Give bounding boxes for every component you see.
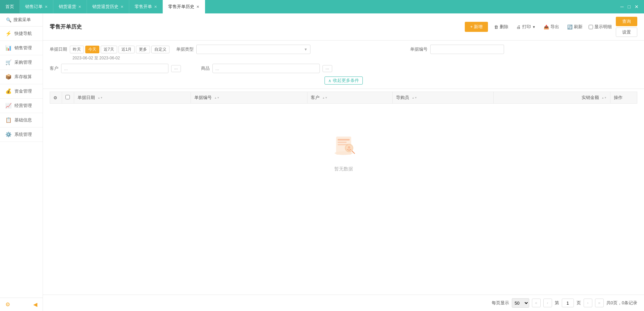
export-button[interactable]: 📤 导出 xyxy=(542,22,561,31)
sidebar: 🔍 搜索采单 ⚡ 快捷导航 📊 销售管理 🛒 采购管理 📦 库存核算 💰 资金管… xyxy=(0,13,43,311)
col-customer-sort[interactable]: ▲▼ xyxy=(322,96,328,99)
col-date-sort[interactable]: ▲▼ xyxy=(98,96,103,99)
page-title: 零售开单历史 xyxy=(50,23,82,31)
col-amount[interactable]: 实销金额 ▲▼ xyxy=(494,92,610,104)
page-number-input[interactable] xyxy=(562,299,574,307)
col-settings[interactable]: ⚙ xyxy=(50,92,62,104)
customer-filter: 客户 ... ··· xyxy=(50,64,181,73)
col-checkbox[interactable] xyxy=(62,92,74,104)
display-detail-input[interactable] xyxy=(589,25,593,29)
tab-home[interactable]: 首页 xyxy=(0,0,20,13)
date-buttons: 昨天 今天 近7天 近1月 更多 自定义 xyxy=(70,46,169,53)
page-prev-btn[interactable]: ‹ xyxy=(543,299,552,307)
date-btn-yesterday[interactable]: 昨天 xyxy=(70,46,84,53)
type-select[interactable]: ▼ xyxy=(196,45,310,54)
delete-button[interactable]: 🗑 删除 xyxy=(492,22,510,31)
date-range-text: 2023-06-02 至 2023-06-02 xyxy=(72,56,120,60)
tab-sales-return-history[interactable]: 销货退货历史 ✕ xyxy=(87,0,129,13)
customer-select-placeholder: ... xyxy=(64,66,68,71)
tab-sales-order[interactable]: 销售订单 ✕ xyxy=(20,0,53,13)
collapse-button[interactable]: ∧ 收起更多条件 xyxy=(325,76,363,85)
top-tabbar: 首页 销售订单 ✕ 销货退货 ✕ 销货退货历史 ✕ 零售开单 ✕ 零售开单历史 … xyxy=(0,0,644,13)
col-amount-sort[interactable]: ▲▼ xyxy=(601,96,607,99)
date-btn-custom[interactable]: 自定义 xyxy=(151,46,169,53)
col-number-sort[interactable]: ▲▼ xyxy=(214,96,219,99)
customer-select[interactable]: ... xyxy=(61,64,168,73)
display-detail-checkbox[interactable]: 显示明细 xyxy=(589,24,612,30)
add-button[interactable]: + 新增 xyxy=(465,22,488,32)
tab-retail-history[interactable]: 零售开单历史 ✕ xyxy=(163,0,205,13)
sidebar-item-quick-nav-label: 快捷导航 xyxy=(14,31,32,37)
sidebar-search[interactable]: 🔍 搜索采单 xyxy=(0,13,43,27)
window-close[interactable]: ✕ xyxy=(635,4,639,9)
col-operation: 操作 xyxy=(610,92,637,104)
number-input[interactable] xyxy=(430,45,504,54)
purchase-mgmt-icon: 🛒 xyxy=(5,59,12,65)
page-first-btn[interactable]: « xyxy=(532,299,541,307)
tab-retail-open-close[interactable]: ✕ xyxy=(154,5,157,9)
sidebar-item-purchase-mgmt[interactable]: 🛒 采购管理 xyxy=(0,55,43,70)
date-btn-1month[interactable]: 近1月 xyxy=(118,46,135,53)
type-filter-label: 单据类型 xyxy=(176,46,194,52)
page-last-btn[interactable]: » xyxy=(595,299,604,307)
sidebar-item-quick-nav[interactable]: ⚡ 快捷导航 xyxy=(0,27,43,41)
svg-rect-2 xyxy=(338,139,350,141)
query-button[interactable]: 查询 xyxy=(616,17,637,26)
page-label-unit: 页 xyxy=(577,300,581,306)
export-icon: 📤 xyxy=(544,24,549,30)
sidebar-item-operations[interactable]: 📈 经营管理 xyxy=(0,99,43,113)
product-select[interactable]: ... xyxy=(212,64,320,73)
customer-ellipsis-btn[interactable]: ··· xyxy=(171,65,181,72)
sidebar-item-system[interactable]: ⚙️ 系统管理 xyxy=(0,127,43,142)
date-btn-7days[interactable]: 近7天 xyxy=(101,46,117,53)
col-date[interactable]: 单据日期 ▲▼ xyxy=(74,92,191,104)
operations-icon: 📈 xyxy=(5,103,12,109)
sidebar-search-label: 搜索采单 xyxy=(13,17,31,23)
tab-retail-open[interactable]: 零售开单 ✕ xyxy=(129,0,163,13)
page-next-btn[interactable]: › xyxy=(584,299,592,307)
col-number[interactable]: 单据编号 ▲▼ xyxy=(191,92,307,104)
date-filter: 单据日期 昨天 今天 近7天 近1月 更多 自定义 xyxy=(50,46,169,53)
tab-sales-order-close[interactable]: ✕ xyxy=(45,5,48,9)
refresh-button[interactable]: 🔄 刷新 xyxy=(565,22,585,31)
col-date-label: 单据日期 xyxy=(78,95,95,100)
col-customer[interactable]: 客户 ▲▼ xyxy=(307,92,393,104)
table-body: 暂无数据 xyxy=(50,104,637,199)
sidebar-item-finance[interactable]: 💰 资金管理 xyxy=(0,84,43,99)
tab-sales-return[interactable]: 销货退货 ✕ xyxy=(53,0,87,13)
window-minimize[interactable]: ─ xyxy=(621,4,624,9)
sidebar-settings-icon[interactable]: ⚙ xyxy=(5,301,10,308)
page-label-prefix: 第 xyxy=(555,300,559,306)
window-maximize[interactable]: □ xyxy=(628,4,631,9)
tab-sales-return-history-close[interactable]: ✕ xyxy=(120,5,123,9)
sidebar-item-basic-info[interactable]: 📋 基础信息 xyxy=(0,113,43,127)
tab-list: 首页 销售订单 ✕ 销货退货 ✕ 销货退货历史 ✕ 零售开单 ✕ 零售开单历史 … xyxy=(0,0,205,13)
select-all-checkbox[interactable] xyxy=(65,95,70,99)
per-page-select[interactable]: 10 20 50 100 xyxy=(512,298,529,308)
sidebar-collapse-icon[interactable]: ◀ xyxy=(33,301,37,308)
sidebar-item-sales-mgmt-label: 销售管理 xyxy=(14,45,32,51)
print-button[interactable]: 🖨 打印 ▼ xyxy=(514,22,538,31)
sidebar-item-finance-label: 资金管理 xyxy=(14,88,32,94)
date-btn-more[interactable]: 更多 xyxy=(136,46,150,53)
refresh-label: 刷新 xyxy=(574,24,583,30)
col-operation-label: 操作 xyxy=(614,95,623,100)
tab-sales-return-close[interactable]: ✕ xyxy=(78,5,81,9)
date-btn-today[interactable]: 今天 xyxy=(85,46,99,53)
svg-point-8 xyxy=(348,146,350,149)
product-ellipsis-btn[interactable]: ··· xyxy=(323,65,332,72)
sidebar-item-inventory[interactable]: 📦 库存核算 xyxy=(0,70,43,84)
content-area: 零售开单历史 + 新增 🗑 删除 🖨 打印 ▼ 📤 导出 🔄 xyxy=(43,13,644,311)
filter-row-2: 客户 ... ··· 商品 ... ··· xyxy=(50,64,637,73)
product-select-placeholder: ... xyxy=(215,66,219,71)
table-head: ⚙ 单据日期 ▲▼ 单据编号 ▲▼ 客户 xyxy=(50,92,637,104)
refresh-icon: 🔄 xyxy=(567,24,573,30)
settings-button[interactable]: 设置 xyxy=(616,28,637,37)
sidebar-item-system-label: 系统管理 xyxy=(14,132,32,138)
col-number-label: 单据编号 xyxy=(194,95,212,100)
sidebar-item-sales-mgmt[interactable]: 📊 销售管理 xyxy=(0,41,43,55)
col-salesperson[interactable]: 导购员 ▲▼ xyxy=(393,92,494,104)
col-salesperson-sort[interactable]: ▲▼ xyxy=(412,96,417,99)
tab-retail-history-close[interactable]: ✕ xyxy=(196,5,199,9)
page-header: 零售开单历史 + 新增 🗑 删除 🖨 打印 ▼ 📤 导出 🔄 xyxy=(43,13,644,41)
